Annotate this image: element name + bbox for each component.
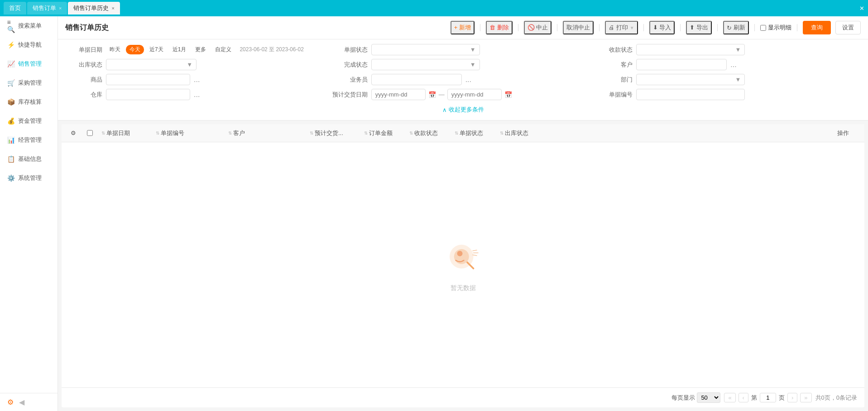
product-dots[interactable]: ... [194, 76, 200, 84]
tab-home[interactable]: 首页 [4, 2, 26, 15]
th-no[interactable]: ⇅ 单据编号 [152, 129, 225, 137]
tab-sales-order-close[interactable]: × [59, 5, 62, 11]
th-date[interactable]: ⇅ 单据日期 [98, 129, 152, 137]
date-pill-7days[interactable]: 近7天 [146, 45, 167, 54]
date-value: 昨天 今天 近7天 近1月 更多 自定义 2023-06-02 至 2023-0… [106, 45, 331, 54]
sidebar-item-quick-nav[interactable]: ⚡ 快捷导航 [0, 35, 58, 54]
toolbar-divider-8 [754, 24, 755, 31]
refresh-button[interactable]: ↻ 刷新 [723, 21, 749, 34]
bill-no-label: 单据编号 [595, 91, 636, 99]
bill-status-select[interactable]: ▼ [371, 44, 480, 55]
finance-icon: 💰 [7, 117, 14, 125]
toolbar-divider-4 [599, 24, 599, 31]
sort-icon-date: ⇅ [101, 131, 105, 135]
th-bill-status[interactable]: ⇅ 单据状态 [451, 129, 496, 137]
th-delivery[interactable]: ⇅ 预计交货... [306, 129, 360, 137]
date-pill-1month[interactable]: 近1月 [169, 45, 190, 54]
sidebar-item-operations[interactable]: 📊 经营管理 [0, 131, 58, 150]
sort-icon-amount: ⇅ [364, 131, 368, 135]
date-pill-custom[interactable]: 自定义 [211, 45, 235, 54]
sidebar-item-basic-info[interactable]: 📋 基础信息 [0, 150, 58, 169]
sidebar-settings-icon[interactable]: ⚙ [7, 398, 14, 406]
quick-nav-icon: ⚡ [7, 41, 14, 48]
show-detail-checkbox-label[interactable]: 显示明细 [760, 24, 791, 32]
storage-status-select[interactable]: ▼ [106, 59, 197, 70]
delivery-date-start-input[interactable] [371, 89, 426, 100]
warehouse-dots[interactable]: ... [194, 91, 200, 99]
sidebar-item-sales-mgmt[interactable]: 📈 销售管理 [0, 54, 58, 73]
th-customer[interactable]: ⇅ 客户 [225, 129, 306, 137]
collapse-label: 收起更多条件 [449, 106, 484, 114]
sidebar-item-sys-mgmt[interactable]: ⚙️ 系统管理 [0, 169, 58, 188]
last-page-button[interactable]: » [800, 393, 811, 402]
toolbar-divider-1 [480, 24, 480, 31]
cancel-stop-button[interactable]: 取消中止 [563, 21, 594, 34]
sidebar-item-search-menu[interactable]: ≡🔍 搜索菜单 [0, 16, 58, 35]
th-payment[interactable]: ⇅ 收款状态 [406, 129, 451, 137]
bill-status-chevron-icon: ▼ [470, 46, 476, 53]
delete-button[interactable]: 🗑 删除 [486, 21, 513, 34]
sidebar-item-finance[interactable]: 💰 资金管理 [0, 111, 58, 131]
page-label: 第 [751, 394, 757, 402]
sidebar-collapse-icon[interactable]: ◀ [19, 398, 24, 406]
delivery-date-end-input[interactable] [447, 89, 502, 100]
product-input[interactable] [106, 74, 190, 85]
warehouse-input[interactable] [106, 89, 190, 100]
main-content: 销售订单历史 + 新增 🗑 删除 🚫 中止 取消中止 [58, 16, 868, 411]
sidebar-item-purchase-mgmt[interactable]: 🛒 采购管理 [0, 73, 58, 92]
sidebar-item-inventory[interactable]: 📦 库存核算 [0, 92, 58, 111]
filter-payment-status-group: 收款状态 ▼ [595, 44, 861, 55]
import-button[interactable]: ⬇ 导入 [649, 21, 675, 34]
operations-icon: 📊 [7, 136, 14, 144]
date-pill-more[interactable]: 更多 [192, 45, 210, 54]
delivery-date-start-calendar-icon[interactable]: 📅 [428, 91, 436, 98]
warehouse-label: 仓库 [65, 91, 106, 99]
filter-bill-status-group: 单据状态 ▼ [331, 44, 596, 55]
th-check[interactable] [82, 130, 98, 136]
salesperson-input[interactable] [371, 74, 462, 85]
th-storage[interactable]: ⇅ 出库状态 [496, 129, 542, 137]
th-amount[interactable]: ⇅ 订单金额 [360, 129, 406, 137]
th-op: 操作 [834, 129, 861, 137]
sales-mgmt-icon: 📈 [7, 60, 14, 68]
filter-storage-status-group: 出库状态 ▼ [65, 59, 331, 70]
customer-input-area: ... [636, 59, 736, 70]
date-pill-yesterday[interactable]: 昨天 [106, 45, 124, 54]
bill-no-input[interactable] [636, 89, 745, 100]
export-button[interactable]: ⬆ 导出 [686, 21, 712, 34]
per-page-select[interactable]: 10 20 50 100 [697, 392, 720, 403]
table-header: ⚙ ⇅ 单据日期 ⇅ 单据编号 ⇅ 客户 ⇅ [62, 124, 864, 142]
select-all-checkbox[interactable] [87, 130, 93, 136]
salesperson-dots[interactable]: ... [465, 76, 471, 84]
filter-row-2: 出库状态 ▼ 完成状态 ▼ 客户 [65, 59, 861, 70]
date-pill-today[interactable]: 今天 [126, 45, 144, 54]
first-page-button[interactable]: « [724, 393, 735, 402]
delivery-date-end-calendar-icon[interactable]: 📅 [504, 91, 512, 98]
filter-complete-status-group: 完成状态 ▼ [331, 59, 596, 70]
query-button[interactable]: 查询 [803, 21, 831, 34]
complete-status-select[interactable]: ▼ [371, 59, 480, 70]
customer-input[interactable] [636, 59, 727, 70]
th-settings[interactable]: ⚙ [65, 130, 82, 136]
settings-button[interactable]: 设置 [835, 21, 861, 34]
tab-sales-order[interactable]: 销售订单 × [27, 2, 67, 15]
page-input[interactable] [760, 393, 776, 402]
customer-dots[interactable]: ... [730, 61, 736, 69]
storage-status-chevron-icon: ▼ [187, 61, 192, 68]
new-button[interactable]: + 新增 [451, 21, 475, 34]
window-close[interactable]: ✕ [859, 5, 864, 12]
stop-button[interactable]: 🚫 中止 [524, 21, 552, 34]
show-detail-checkbox[interactable] [760, 25, 766, 31]
delivery-date-range: 📅 — 📅 [371, 89, 512, 100]
payment-status-select[interactable]: ▼ [636, 44, 745, 55]
collapse-row[interactable]: ∧ 收起更多条件 [65, 104, 861, 116]
per-page-label: 每页显示 [671, 394, 695, 402]
print-button[interactable]: 🖨 打印 ▼ [605, 21, 638, 34]
tab-sales-order-history[interactable]: 销售订单历史 × [68, 2, 120, 15]
tab-sales-order-history-close[interactable]: × [111, 5, 114, 11]
table-area: ⚙ ⇅ 单据日期 ⇅ 单据编号 ⇅ 客户 ⇅ [62, 124, 864, 407]
department-select[interactable]: ▼ [636, 74, 745, 85]
empty-illustration [443, 238, 484, 279]
prev-page-button[interactable]: ‹ [739, 393, 748, 402]
next-page-button[interactable]: › [787, 393, 797, 402]
